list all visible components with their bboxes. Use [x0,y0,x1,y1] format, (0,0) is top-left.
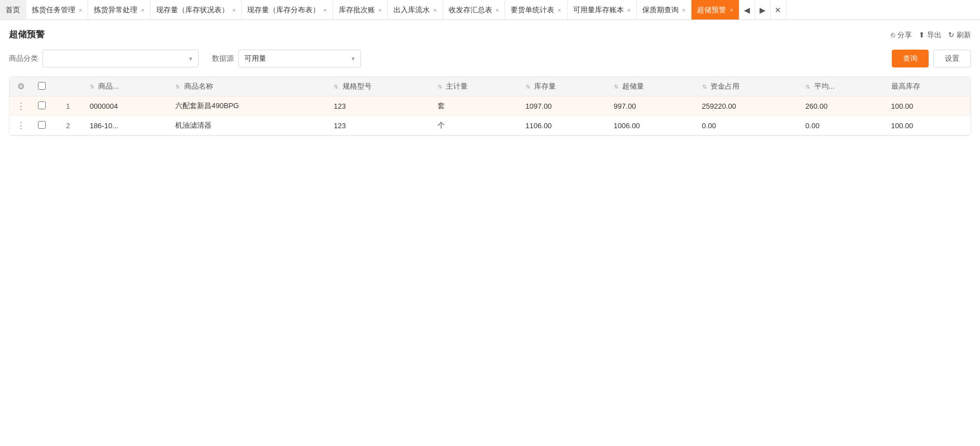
data-table: ⚙ ⇅ 商品... ⇅ 商品名称 ⇅ [9,77,971,135]
sort-icon-avg: ⇅ [805,84,810,90]
close-tab-quality-check[interactable]: × [682,7,685,13]
close-tab-inventory-dist[interactable]: × [323,7,326,13]
topbar: 首页 拣货任务管理 × 拣货异常处理 × 现存量（库存状况表） × 现存量（库存… [0,0,980,20]
close-tab-overstock-warning[interactable]: × [729,7,733,13]
row-product-name-0: 六配套新昌490BPG [170,96,328,116]
col-overstock-header[interactable]: ⇅ 超储量 [608,77,696,96]
tab-inventory-batch[interactable]: 库存批次账 × [333,0,388,20]
tab-nav-close[interactable]: ✕ [771,0,786,20]
datasource-arrow-icon: ▾ [352,55,355,62]
tab-order-stats[interactable]: 要货单统计表 × [505,0,567,20]
close-tab-order-stats[interactable]: × [558,7,561,13]
datasource-select[interactable]: 可用量 ▾ [238,50,361,67]
row-overstock-0: 997.00 [608,96,696,116]
tab-inventory-dist[interactable]: 现存量（库存分布表） × [242,0,333,20]
tab-receive-send[interactable]: 收发存汇总表 × [443,0,505,20]
sort-icon-unit: ⇅ [438,84,442,90]
row-select-checkbox-1[interactable] [38,121,46,129]
sort-icon-spec: ⇅ [334,84,338,90]
share-button[interactable]: ⎋ 分享 [891,30,912,40]
table-row[interactable]: ⋮ 1 0000004 六配套新昌490BPG 123 套 1097.00 99… [9,96,971,116]
close-tab-receive-send[interactable]: × [496,7,499,13]
col-avg-header[interactable]: ⇅ 平均... [800,77,885,96]
row-spec-1: 123 [328,116,432,135]
page-title: 超储预警 [9,29,45,41]
row-avg-0: 260.00 [800,96,885,116]
close-tab-avail-account[interactable]: × [627,7,631,13]
sort-icon-code: ⇅ [90,84,94,90]
col-product-name-header[interactable]: ⇅ 商品名称 [170,77,328,96]
sort-icon-overstock: ⇅ [614,84,618,90]
filter-actions: 查询 设置 [892,50,971,67]
tab-avail-account[interactable]: 可用量库存账本 × [568,0,637,20]
row-capital-1: 0.00 [696,116,800,135]
row-gear-1[interactable]: ⋮ [9,116,32,135]
col-capital-header[interactable]: ⇅ 资金占用 [696,77,800,96]
row-gear-icon-0[interactable]: ⋮ [17,101,25,110]
row-gear-icon-1[interactable]: ⋮ [17,120,25,130]
category-label: 商品分类 [9,54,38,64]
sort-icon-name: ⇅ [175,84,180,90]
row-checkbox-1[interactable] [32,116,52,135]
tab-home[interactable]: 首页 [0,0,26,20]
row-gear-0[interactable]: ⋮ [9,96,32,116]
header-actions: ⎋ 分享 ⬆ 导出 ↻ 刷新 [891,30,971,40]
category-arrow-icon: ▾ [189,55,193,62]
col-rownum-header [52,77,84,96]
table-body: ⋮ 1 0000004 六配套新昌490BPG 123 套 1097.00 99… [9,96,971,135]
row-product-code-1: 186-10... [84,116,170,135]
row-product-code-0: 0000004 [84,96,170,116]
category-select[interactable]: ▾ [42,50,199,67]
settings-button[interactable]: 设置 [933,50,971,67]
row-unit-1: 个 [432,116,520,135]
export-button[interactable]: ⬆ 导出 [919,30,941,40]
refresh-icon: ↻ [948,31,954,39]
tab-inout-flow[interactable]: 出入库流水 × [388,0,443,20]
close-tab-inout-flow[interactable]: × [433,7,436,13]
table-row[interactable]: ⋮ 2 186-10... 机油滤清器 123 个 1106.00 1006.0… [9,116,971,135]
row-select-checkbox-0[interactable] [38,101,46,109]
table-header-row: ⚙ ⇅ 商品... ⇅ 商品名称 ⇅ [9,77,971,96]
sort-icon-capital: ⇅ [702,84,707,90]
close-tab-preheat-task[interactable]: × [79,7,82,13]
share-icon: ⎋ [891,31,895,39]
tab-nav-prev[interactable]: ◀ [739,0,755,20]
tab-nav-next[interactable]: ▶ [755,0,771,20]
category-filter: 商品分类 ▾ [9,50,199,67]
refresh-button[interactable]: ↻ 刷新 [948,30,971,40]
row-capital-0: 259220.00 [696,96,800,116]
page-header: 超储预警 ⎋ 分享 ⬆ 导出 ↻ 刷新 [9,29,971,41]
col-gear: ⚙ [9,77,32,96]
close-tab-preheat-exception[interactable]: × [141,7,144,13]
col-stock-header[interactable]: ⇅ 库存量 [520,77,608,96]
row-unit-0: 套 [432,96,520,116]
col-unit-header[interactable]: ⇅ 主计量 [432,77,520,96]
datasource-value: 可用量 [244,54,266,64]
datasource-filter: 数据源 可用量 ▾ [212,50,361,67]
query-button[interactable]: 查询 [892,50,929,67]
datasource-label: 数据源 [212,54,234,64]
close-tab-inventory-batch[interactable]: × [378,7,382,13]
row-product-name-1: 机油滤清器 [170,116,328,135]
tab-overstock-warning[interactable]: 超储预警 × [691,0,739,20]
row-maxstock-0: 100.00 [886,96,971,116]
tab-preheat-exception[interactable]: 拣货异常处理 × [88,0,150,20]
row-stock-0: 1097.00 [520,96,608,116]
col-maxstock-header[interactable]: 最高库存 [886,77,971,96]
tab-preheat-task[interactable]: 拣货任务管理 × [26,0,88,20]
row-num-1: 2 [52,116,84,135]
col-checkbox-header [32,77,52,96]
table-container: ⚙ ⇅ 商品... ⇅ 商品名称 ⇅ [9,76,971,136]
row-overstock-1: 1006.00 [608,116,696,135]
col-product-code-header[interactable]: ⇅ 商品... [84,77,170,96]
close-tab-inventory-status[interactable]: × [232,7,236,13]
row-stock-1: 1106.00 [520,116,608,135]
tab-quality-check[interactable]: 保质期查询 × [637,0,691,20]
row-avg-1: 0.00 [800,116,885,135]
row-checkbox-0[interactable] [32,96,52,116]
gear-icon[interactable]: ⚙ [17,81,25,91]
tab-inventory-status[interactable]: 现存量（库存状况表） × [151,0,242,20]
row-spec-0: 123 [328,96,432,116]
col-spec-header[interactable]: ⇅ 规格型号 [328,77,432,96]
select-all-checkbox[interactable] [38,82,46,90]
